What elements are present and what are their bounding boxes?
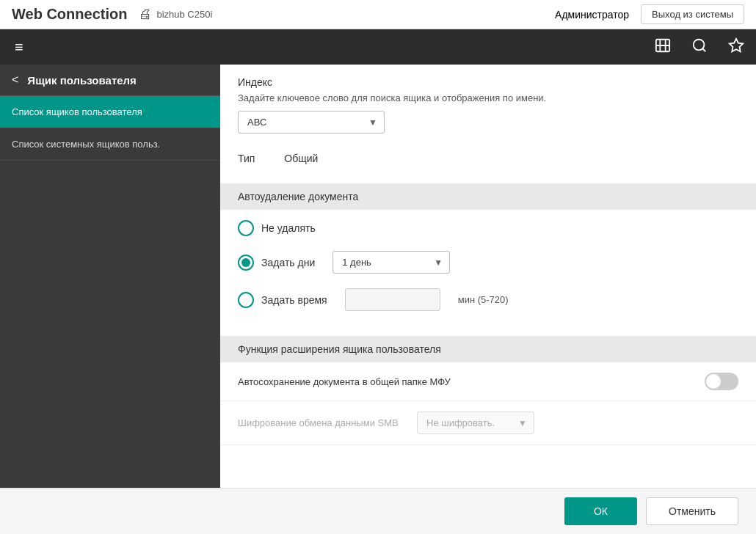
header-right: Администратор Выход из системы [555, 4, 744, 24]
svg-marker-2 [730, 38, 743, 51]
sidebar-item-system-boxes-label: Список системных ящиков польз. [12, 139, 160, 150]
sidebar-item-user-boxes-label: Список ящиков пользователя [12, 106, 142, 117]
smb-select[interactable]: Не шифровать. Шифровать [417, 412, 534, 434]
auto-save-row: Автосохранение документа в общей папке М… [220, 362, 756, 401]
radio-set-days[interactable] [238, 255, 254, 271]
cancel-button[interactable]: Отменить [646, 497, 738, 525]
type-row: Тип Общий [238, 145, 738, 172]
svg-point-1 [694, 39, 705, 50]
smb-row: Шифрование обмена данными SMB Не шифрова… [220, 401, 756, 445]
type-label: Тип [238, 153, 255, 164]
footer-spacer [220, 445, 756, 489]
logout-button[interactable]: Выход из системы [641, 4, 744, 24]
sidebar-item-user-boxes[interactable]: Список ящиков пользователя [0, 96, 220, 128]
hamburger-button[interactable]: ≡ [9, 36, 29, 59]
index-field-group: Индекс Задайте ключевое слово для поиска… [238, 76, 738, 134]
radio-item-no-delete: Не удалять [238, 220, 738, 236]
radio-no-delete-label: Не удалять [261, 222, 316, 234]
sidebar-title: Ящик пользователя [27, 74, 137, 87]
time-input[interactable] [345, 288, 440, 311]
header-left: Web Connection 🖨 bizhub C250i [12, 6, 212, 23]
header: Web Connection 🖨 bizhub C250i Администра… [0, 0, 756, 29]
radio-item-set-days: Задать дни 1 день 2 дня 3 дня 7 дней 30 … [238, 251, 738, 274]
admin-label: Администратор [555, 9, 629, 21]
content-area: Индекс Задайте ключевое слово для поиска… [220, 65, 756, 534]
auto-save-label: Автосохранение документа в общей папке М… [238, 376, 451, 387]
toolbar-right [652, 34, 747, 60]
footer: ОК Отменить [0, 488, 756, 534]
set-time-row: Задать время мин (5-720) [261, 288, 738, 311]
star-icon-button[interactable] [725, 34, 747, 60]
set-days-row: Задать дни 1 день 2 дня 3 дня 7 дней 30 … [261, 251, 738, 274]
sidebar-item-system-boxes[interactable]: Список системных ящиков польз. [0, 128, 220, 161]
app-title: Web Connection [12, 6, 127, 23]
auto-delete-section-header: Автоудаление документа [220, 183, 756, 210]
radio-set-time-label: Задать время [261, 294, 327, 306]
radio-no-delete[interactable] [238, 220, 254, 236]
radio-set-days-label: Задать дни [261, 257, 315, 268]
index-select-wrapper: АВС DEF ▼ [238, 111, 385, 134]
index-select[interactable]: АВС DEF [238, 111, 385, 134]
toolbar: ≡ [0, 29, 756, 65]
function-section-header: Функция расширения ящика пользователя [220, 336, 756, 362]
sidebar: < Ящик пользователя Список ящиков пользо… [0, 65, 220, 534]
days-select-wrapper: 1 день 2 дня 3 дня 7 дней 30 дней ▼ [332, 251, 450, 274]
device-info: 🖨 bizhub C250i [139, 7, 212, 22]
ok-button[interactable]: ОК [564, 497, 637, 525]
toolbar-left: ≡ [9, 36, 29, 59]
search-icon-button[interactable] [688, 34, 710, 60]
cart-icon-button[interactable] [652, 34, 674, 60]
time-hint: мин (5-720) [458, 294, 509, 305]
radio-set-time[interactable] [238, 292, 254, 308]
auto-save-toggle[interactable] [705, 373, 738, 390]
index-description: Задайте ключевое слово для поиска ящика … [238, 92, 738, 103]
printer-icon: 🖨 [139, 7, 152, 22]
smb-label: Шифрование обмена данными SMB [238, 417, 399, 428]
main-layout: < Ящик пользователя Список ящиков пользо… [0, 65, 756, 534]
radio-item-set-time: Задать время мин (5-720) [238, 288, 738, 311]
index-label: Индекс [238, 76, 738, 88]
sidebar-header: < Ящик пользователя [0, 65, 220, 96]
back-button[interactable]: < [12, 73, 18, 87]
index-section: Индекс Задайте ключевое слово для поиска… [220, 65, 756, 183]
days-select[interactable]: 1 день 2 дня 3 дня 7 дней 30 дней [332, 251, 450, 274]
device-name: bizhub C250i [156, 9, 212, 20]
auto-delete-radio-group: Не удалять Задать дни 1 день 2 дня 3 дня… [220, 210, 756, 336]
type-value: Общий [284, 153, 318, 164]
